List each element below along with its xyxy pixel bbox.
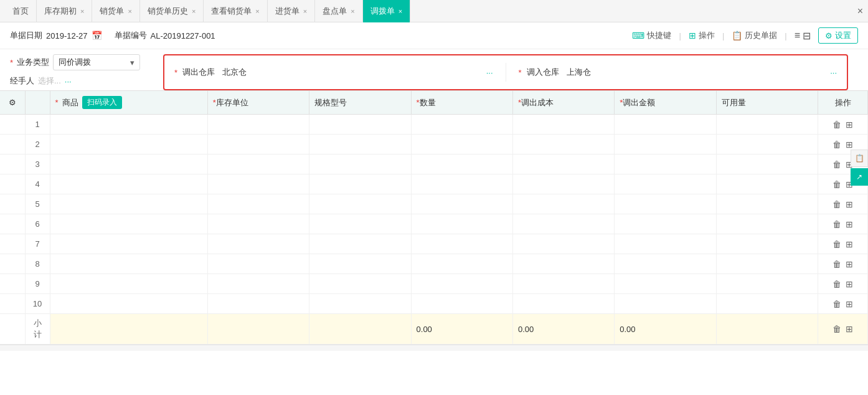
row-qty-cell[interactable] xyxy=(411,155,512,174)
row-cost-cell[interactable] xyxy=(512,194,614,214)
scan-button[interactable]: 扫码录入 xyxy=(82,96,122,109)
warehouse-divider xyxy=(506,63,506,82)
row-qty-cell[interactable] xyxy=(411,234,512,254)
close-sales-history[interactable]: × xyxy=(192,7,196,15)
row-cost-cell[interactable] xyxy=(512,214,614,234)
calendar-icon[interactable]: 📅 xyxy=(92,31,102,40)
row-amount-cell[interactable] xyxy=(615,115,716,135)
copy-row-icon[interactable]: ⊞ xyxy=(846,120,853,130)
copy-row-icon[interactable]: ⊞ xyxy=(846,140,853,150)
delete-icon[interactable]: 🗑 xyxy=(833,120,841,130)
row-product-cell[interactable] xyxy=(50,174,207,194)
shortcut-action[interactable]: ⌨ 快捷键 xyxy=(632,30,671,41)
tab-sales-history[interactable]: 销货单历史 × xyxy=(140,0,204,22)
row-qty-cell[interactable] xyxy=(411,294,512,314)
row-amount-cell[interactable] xyxy=(615,214,716,234)
row-product-cell[interactable] xyxy=(50,194,207,214)
biz-type-select[interactable]: 同价调拨 ▾ xyxy=(53,54,140,70)
row-product-cell[interactable] xyxy=(50,155,207,174)
delete-icon[interactable]: 🗑 xyxy=(833,299,841,309)
row-qty-cell[interactable] xyxy=(411,214,512,234)
subtotal-delete-icon[interactable]: 🗑 xyxy=(833,324,841,334)
tab-stock-init[interactable]: 库存期初 × xyxy=(37,0,92,22)
warehouse-in-dots[interactable]: ··· xyxy=(830,68,837,77)
row-spec-cell xyxy=(309,135,411,155)
subtotal-copy-icon[interactable]: ⊞ xyxy=(846,324,853,334)
copy-row-icon[interactable]: ⊞ xyxy=(846,259,853,269)
row-qty-cell[interactable] xyxy=(411,194,512,214)
table-row: 10 🗑 ⊞ xyxy=(0,294,868,314)
row-amount-cell[interactable] xyxy=(615,155,716,174)
row-cost-cell[interactable] xyxy=(512,254,614,274)
col-gear[interactable]: ⚙ xyxy=(0,91,25,115)
row-amount-cell[interactable] xyxy=(615,135,716,155)
row-cost-cell[interactable] xyxy=(512,274,614,294)
delete-icon[interactable]: 🗑 xyxy=(833,259,841,269)
row-qty-cell[interactable] xyxy=(411,115,512,135)
settings-button[interactable]: ⚙ 设置 xyxy=(818,27,858,44)
close-purchase[interactable]: × xyxy=(303,7,307,15)
ops-icon: ⊞ xyxy=(689,31,696,40)
copy-row-icon[interactable]: ⊞ xyxy=(846,239,853,249)
tab-sales-order[interactable]: 销货单 × xyxy=(92,0,139,22)
row-qty-cell[interactable] xyxy=(411,254,512,274)
tab-view-sales[interactable]: 查看销货单 × xyxy=(204,0,267,22)
delete-icon[interactable]: 🗑 xyxy=(833,239,841,249)
row-cost-cell[interactable] xyxy=(512,135,614,155)
delete-icon[interactable]: 🗑 xyxy=(833,219,841,229)
row-product-cell[interactable] xyxy=(50,254,207,274)
row-amount-cell[interactable] xyxy=(615,294,716,314)
delete-icon[interactable]: 🗑 xyxy=(833,199,841,209)
close-transfer[interactable]: × xyxy=(399,7,402,15)
row-product-cell[interactable] xyxy=(50,115,207,135)
close-window-button[interactable]: × xyxy=(857,6,863,17)
tab-home[interactable]: 首页 xyxy=(5,0,37,22)
row-cost-cell[interactable] xyxy=(512,174,614,194)
row-product-cell[interactable] xyxy=(50,274,207,294)
delete-icon[interactable]: 🗑 xyxy=(833,179,841,189)
delete-icon[interactable]: 🗑 xyxy=(833,140,841,150)
delete-icon[interactable]: 🗑 xyxy=(833,159,841,169)
row-qty-cell[interactable] xyxy=(411,174,512,194)
history-action[interactable]: 📋 历史单据 xyxy=(732,30,777,41)
row-cost-cell[interactable] xyxy=(512,294,614,314)
copy-row-icon[interactable]: ⊞ xyxy=(846,219,853,229)
close-view-sales[interactable]: × xyxy=(255,7,259,15)
delete-icon[interactable]: 🗑 xyxy=(833,279,841,289)
row-qty-cell[interactable] xyxy=(411,135,512,155)
row-cost-cell[interactable] xyxy=(512,234,614,254)
copy-row-icon[interactable]: ⊞ xyxy=(846,199,853,209)
close-stock-init[interactable]: × xyxy=(80,7,84,15)
row-product-cell[interactable] xyxy=(50,214,207,234)
export-toolbar-btn[interactable]: ↗ xyxy=(851,168,868,186)
manager-dots[interactable]: ··· xyxy=(65,77,72,86)
ops-action[interactable]: ⊞ 操作 xyxy=(689,30,715,41)
row-amount-cell[interactable] xyxy=(615,234,716,254)
note-toolbar-btn[interactable]: 📋 xyxy=(851,150,868,167)
copy-row-icon[interactable]: ⊞ xyxy=(846,299,853,309)
warehouse-in-label: 调入仓库 xyxy=(527,67,559,78)
close-sales-order[interactable]: × xyxy=(128,7,131,15)
row-amount-cell[interactable] xyxy=(615,254,716,274)
row-unit-cell xyxy=(207,194,309,214)
manager-select[interactable]: 选择... xyxy=(38,75,61,87)
col-cost: *调出成本 xyxy=(512,91,614,115)
layout2-icon[interactable]: ⊟ xyxy=(803,30,811,42)
copy-row-icon[interactable]: ⊞ xyxy=(846,279,853,289)
row-amount-cell[interactable] xyxy=(615,174,716,194)
row-qty-cell[interactable] xyxy=(411,274,512,294)
row-amount-cell[interactable] xyxy=(615,274,716,294)
layout1-icon[interactable]: ≡ xyxy=(795,30,800,41)
scroll-bar[interactable] xyxy=(0,345,868,351)
row-product-cell[interactable] xyxy=(50,135,207,155)
row-cost-cell[interactable] xyxy=(512,115,614,135)
row-amount-cell[interactable] xyxy=(615,194,716,214)
row-product-cell[interactable] xyxy=(50,294,207,314)
row-product-cell[interactable] xyxy=(50,234,207,254)
tab-inventory[interactable]: 盘点单 × xyxy=(315,0,362,22)
tab-transfer[interactable]: 调拨单 × xyxy=(363,0,410,22)
tab-purchase[interactable]: 进货单 × xyxy=(268,0,315,22)
close-inventory[interactable]: × xyxy=(351,7,354,15)
warehouse-out-dots[interactable]: ··· xyxy=(486,68,493,77)
row-cost-cell[interactable] xyxy=(512,155,614,174)
